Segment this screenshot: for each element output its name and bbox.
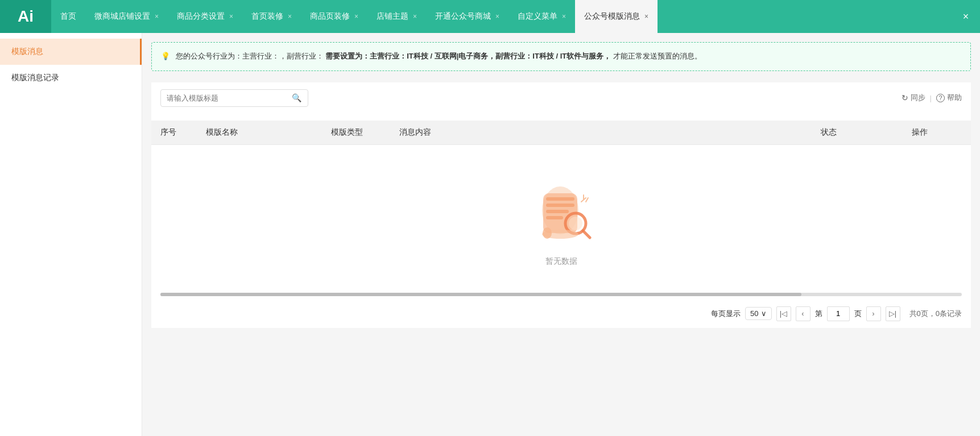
close-icon[interactable]: × [562,13,566,20]
tab-custom-menu[interactable]: 自定义菜单 × [508,0,575,33]
search-icon[interactable]: 🔍 [292,93,301,102]
svg-line-10 [586,198,588,202]
svg-rect-2 [546,197,574,201]
close-icon[interactable]: × [413,13,417,20]
svg-rect-3 [546,204,574,207]
close-all-button[interactable]: × [952,11,980,23]
close-icon[interactable]: × [354,13,358,20]
search-actions: ↻ 同步 | ? 帮助 [902,93,962,103]
help-button[interactable]: ? 帮助 [936,93,962,103]
close-icon[interactable]: × [495,13,499,20]
col-name: 模版名称 [197,121,322,145]
close-icon[interactable]: × [155,13,159,20]
data-table: 序号 模版名称 模版类型 消息内容 状态 操作 [151,121,971,145]
empty-text: 暂无数据 [545,256,577,267]
tab-bar: 首页 微商城店铺设置 × 商品分类设置 × 首页装修 × 商品页装修 × 店铺主… [51,0,952,33]
tab-store-theme[interactable]: 店铺主题 × [367,0,426,33]
tab-store-settings[interactable]: 微商城店铺设置 × [85,0,168,33]
table-wrapper: 🔍 ↻ 同步 | ? 帮助 序号 [151,82,971,328]
divider: | [930,94,932,102]
svg-rect-4 [546,210,569,213]
top-navigation: Ai 首页 微商城店铺设置 × 商品分类设置 × 首页装修 × 商品页装修 × … [0,0,980,33]
col-status: 状态 [812,121,903,145]
col-action: 操作 [903,121,971,145]
svg-rect-5 [546,216,563,219]
close-icon[interactable]: × [288,13,292,20]
sidebar-item-template-message-record[interactable]: 模版消息记录 [0,65,142,91]
next-page-button[interactable]: › [866,306,881,321]
lightbulb-icon: 💡 [161,52,170,60]
scrollbar-thumb [160,293,801,296]
tab-homepage-decor[interactable]: 首页装修 × [242,0,301,33]
page-size-label: 每页显示 [711,309,741,319]
tab-category-settings[interactable]: 商品分类设置 × [168,0,242,33]
empty-state-icon [527,179,596,247]
search-input[interactable] [167,90,292,106]
search-input-wrapper: 🔍 [160,89,308,107]
last-page-button[interactable]: ▷| [886,306,900,321]
total-info: 共0页，0条记录 [909,309,962,319]
page-number-input[interactable] [827,306,850,321]
tab-open-wechat-mall[interactable]: 开通公众号商城 × [426,0,508,33]
app-logo: Ai [0,0,51,33]
close-icon[interactable]: × [644,13,648,20]
scrollbar-area [151,289,971,300]
sync-icon: ↻ [902,93,908,102]
page-label-ye: 页 [854,309,862,319]
sidebar-item-template-message[interactable]: 模版消息 [0,39,142,65]
search-bar: 🔍 ↻ 同步 | ? 帮助 [151,82,971,114]
alert-banner: 💡 您的公众号行业为：主营行业：，副营行业： 需要设置为：主营行业：IT科技 /… [151,42,971,71]
tab-product-decor[interactable]: 商品页装修 × [301,0,367,33]
main-layout: 模版消息 模版消息记录 💡 您的公众号行业为：主营行业：，副营行业： 需要设置为… [0,33,980,436]
col-type: 模版类型 [322,121,390,145]
first-page-button[interactable]: |◁ [776,306,791,321]
content-area: 💡 您的公众号行业为：主营行业：，副营行业： 需要设置为：主营行业：IT科技 /… [142,33,980,436]
tab-home[interactable]: 首页 [51,0,85,33]
close-icon[interactable]: × [229,13,233,20]
svg-point-7 [569,217,582,230]
tab-template-message[interactable]: 公众号模版消息 × [575,0,658,33]
help-icon: ? [936,94,945,102]
page-size-chevron-down-icon: ∨ [761,309,767,318]
alert-highlight-text: 需要设置为：主营行业：IT科技 / 互联网|电子商务，副营行业：IT科技 / I… [325,52,611,60]
pagination: 每页显示 50 ∨ |◁ ‹ 第 页 › ▷| 共0页，0条记录 [151,300,971,328]
col-seq: 序号 [151,121,197,145]
empty-state: 暂无数据 [151,145,971,289]
svg-line-8 [583,231,590,238]
svg-point-13 [543,227,552,239]
table-header-row: 序号 模版名称 模版类型 消息内容 状态 操作 [151,121,971,145]
prev-page-button[interactable]: ‹ [796,306,811,321]
sidebar: 模版消息 模版消息记录 [0,33,142,436]
page-size-value: 50 [750,309,758,318]
page-size-select[interactable]: 50 ∨ [745,307,771,320]
page-label-di: 第 [815,309,822,319]
horizontal-scrollbar[interactable] [160,293,962,296]
sync-button[interactable]: ↻ 同步 [902,93,925,103]
col-content: 消息内容 [390,121,812,145]
